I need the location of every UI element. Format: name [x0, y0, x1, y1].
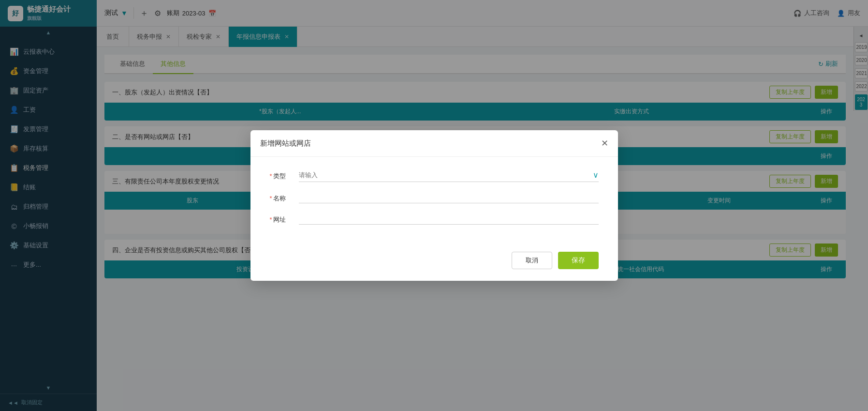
form-input-wrap-name	[299, 194, 599, 203]
type-input[interactable]	[299, 171, 593, 179]
modal-save-button[interactable]: 保存	[558, 252, 599, 269]
form-row-type: *类型 ∨	[270, 170, 599, 182]
modal-add-website: 新增网站或网店 ✕ *类型 ∨ *名称	[250, 130, 618, 281]
modal-footer: 取消 保存	[250, 246, 618, 281]
form-label-type-text: 类型	[273, 172, 286, 180]
form-label-name: *名称	[270, 194, 299, 203]
required-marker-url: *	[270, 216, 272, 223]
required-marker-type: *	[270, 172, 272, 180]
form-input-wrap-type: ∨	[299, 170, 599, 182]
name-input[interactable]	[299, 194, 599, 201]
form-label-type: *类型	[270, 172, 299, 181]
form-row-url: *网址	[270, 215, 599, 225]
modal-overlay: 新增网站或网店 ✕ *类型 ∨ *名称	[0, 0, 868, 411]
form-label-url: *网址	[270, 215, 299, 224]
form-label-url-text: 网址	[273, 216, 286, 223]
modal-header: 新增网站或网店 ✕	[250, 130, 618, 157]
modal-close-button[interactable]: ✕	[601, 138, 608, 149]
form-input-wrap-url	[299, 215, 599, 225]
url-input[interactable]	[299, 215, 599, 222]
form-label-name-text: 名称	[273, 195, 286, 202]
modal-body: *类型 ∨ *名称 *网址	[250, 157, 618, 246]
required-marker-name: *	[270, 195, 272, 202]
modal-title: 新增网站或网店	[260, 139, 311, 148]
type-dropdown-icon[interactable]: ∨	[593, 170, 599, 180]
form-row-name: *名称	[270, 194, 599, 203]
modal-cancel-button[interactable]: 取消	[512, 252, 552, 269]
